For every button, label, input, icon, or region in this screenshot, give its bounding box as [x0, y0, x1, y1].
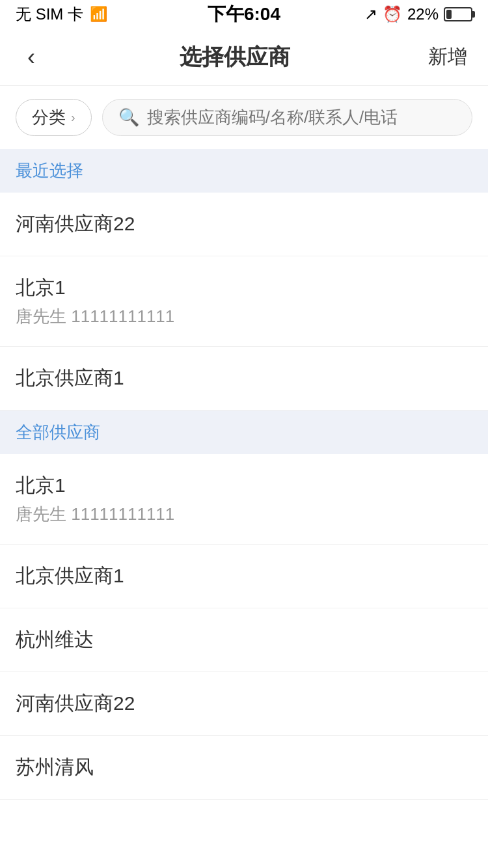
- alarm-icon: ⏰: [383, 5, 402, 23]
- list-item[interactable]: 北京供应商1: [0, 347, 488, 411]
- list-item[interactable]: 苏州清风: [0, 736, 488, 800]
- list-item[interactable]: 北京供应商1: [0, 545, 488, 608]
- nav-bar: ‹ 选择供应商 新增: [0, 29, 488, 86]
- recent-section-header: 最近选择: [0, 149, 488, 193]
- wifi-icon: 📶: [90, 6, 107, 23]
- recent-list: 河南供应商22 北京1 唐先生 11111111111 北京供应商1: [0, 193, 488, 411]
- all-list: 北京1 唐先生 11111111111 北京供应商1杭州维达河南供应商22苏州清…: [0, 454, 488, 800]
- category-label: 分类: [32, 106, 66, 129]
- recent-section-label: 最近选择: [16, 161, 83, 180]
- battery-percent: 22%: [407, 5, 439, 23]
- item-name: 河南供应商22: [16, 690, 472, 717]
- battery-icon: [444, 7, 472, 21]
- status-carrier: 无 SIM 卡 📶: [16, 4, 107, 25]
- search-input[interactable]: [147, 107, 456, 128]
- item-name: 杭州维达: [16, 627, 472, 653]
- status-time: 下午6:04: [208, 2, 280, 27]
- status-right: ↗ ⏰ 22%: [364, 5, 472, 23]
- list-item[interactable]: 北京1 唐先生 11111111111: [0, 256, 488, 347]
- chevron-right-icon: ›: [71, 110, 75, 125]
- item-name: 北京供应商1: [16, 563, 472, 590]
- page-title: 选择供应商: [180, 42, 290, 72]
- item-contact: 唐先生 11111111111: [16, 503, 472, 526]
- add-button[interactable]: 新增: [428, 44, 467, 70]
- all-section-header: 全部供应商: [0, 411, 488, 454]
- all-section-label: 全部供应商: [16, 422, 100, 442]
- item-name: 北京供应商1: [16, 365, 472, 392]
- filter-bar: 分类 › 🔍: [0, 86, 488, 149]
- list-item[interactable]: 河南供应商22: [0, 193, 488, 256]
- list-item[interactable]: 北京1 唐先生 11111111111: [0, 454, 488, 545]
- search-box[interactable]: 🔍: [102, 99, 472, 136]
- list-item[interactable]: 杭州维达: [0, 608, 488, 672]
- item-name: 北京1: [16, 275, 472, 301]
- item-contact: 唐先生 11111111111: [16, 305, 472, 328]
- category-filter-button[interactable]: 分类 ›: [16, 99, 92, 136]
- search-icon: 🔍: [118, 107, 139, 128]
- item-name: 苏州清风: [16, 754, 472, 781]
- back-button[interactable]: ‹: [21, 37, 42, 77]
- list-item[interactable]: 河南供应商22: [0, 672, 488, 736]
- item-name: 河南供应商22: [16, 211, 472, 237]
- item-name: 北京1: [16, 472, 472, 499]
- location-icon: ↗: [364, 5, 377, 23]
- status-bar: 无 SIM 卡 📶 下午6:04 ↗ ⏰ 22%: [0, 0, 488, 29]
